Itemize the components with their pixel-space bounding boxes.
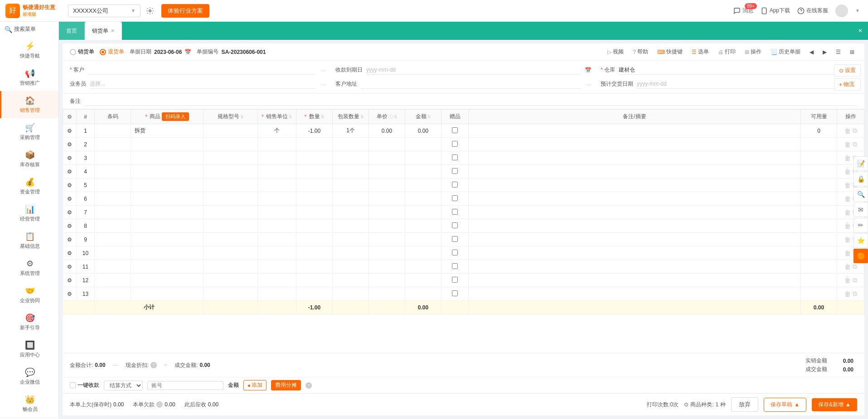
fee-help-icon[interactable]: ? [305,382,312,389]
row-settings[interactable]: ⚙ [63,165,77,178]
row-amount[interactable] [405,260,441,274]
sidebar-item-operations[interactable]: 📊 经营管理 [0,200,58,227]
row-product[interactable] [131,219,204,233]
messages-btn[interactable]: 消息 99+ [733,7,753,14]
payment-due-input[interactable] [366,65,582,75]
row-price[interactable] [369,233,405,246]
arrears-help-icon[interactable]: ⓘ [156,401,163,408]
sidebar-item-basic-info[interactable]: 📋 基础信息 [0,227,58,254]
row-pkgqty[interactable] [333,138,369,151]
row-spec[interactable] [204,165,258,178]
row-barcode[interactable] [95,246,131,260]
row-amount[interactable]: 0.00 [405,124,441,138]
row-pkgqty[interactable] [333,233,369,246]
float-btn-6[interactable]: ⭐ [853,233,868,248]
row-pkgqty[interactable] [333,219,369,233]
trial-button[interactable]: 体验行业方案 [161,4,209,18]
delete-icon[interactable]: 🗑 [844,127,851,135]
customer-addr-dots-icon[interactable]: ··· [587,81,592,88]
delete-icon[interactable]: 🗑 [844,209,851,216]
row-unit[interactable] [258,151,296,165]
row-qty[interactable] [296,219,333,233]
payment-due-cal-icon[interactable]: 📅 [585,67,592,73]
row-pkgqty[interactable] [333,246,369,260]
toolbar-video-btn[interactable]: ▷视频 [605,47,626,57]
date-cal-icon[interactable]: 📅 [184,49,191,55]
row-amount[interactable] [405,233,441,246]
delete-icon[interactable]: 🗑 [844,290,851,298]
row-price[interactable] [369,274,405,287]
tab-close-btn[interactable]: ✕ [858,28,868,34]
row-spec[interactable] [204,287,258,301]
row-unit[interactable] [258,233,296,246]
sidebar-item-wechat[interactable]: 💬 企业微信 [0,363,58,390]
row-product[interactable]: 拆货 [131,124,204,138]
row-gift[interactable] [441,233,469,246]
row-spec[interactable] [204,124,258,138]
tab-close-icon[interactable]: × [111,28,114,34]
warehouse-input[interactable] [619,65,846,75]
float-btn-5[interactable]: ✏ [853,218,868,232]
row-settings[interactable]: ⚙ [63,124,77,138]
tab-sales-order[interactable]: 销货单 × [85,22,122,40]
row-barcode[interactable] [95,138,131,151]
toolbar-select-btn[interactable]: ☰选单 [689,47,712,57]
row-price[interactable] [369,206,405,219]
sidebar-item-member[interactable]: 👑 畅会员 [0,390,58,417]
row-settings[interactable]: ⚙ [63,151,77,165]
row-gift[interactable] [441,274,469,287]
row-qty[interactable]: -1.00 [296,124,333,138]
calc-method-select[interactable]: 结算方式 [104,380,143,390]
row-pkgqty[interactable] [333,287,369,301]
row-spec[interactable] [204,233,258,246]
table-wrapper[interactable]: ⚙ # 条码 * 商品 扫码录入 规格型号 [63,109,864,353]
row-remark[interactable] [469,124,801,138]
row-unit[interactable]: 个 [258,124,296,138]
settings-btn[interactable]: ⊙ ⊙ 设置 设置 [834,64,861,77]
account-input[interactable] [147,381,223,390]
row-qty[interactable] [296,192,333,206]
row-unit[interactable] [258,287,296,301]
row-barcode[interactable] [95,233,131,246]
topbar-settings-icon[interactable] [143,4,157,18]
row-amount[interactable] [405,165,441,178]
copy-icon[interactable]: ⧉ [853,290,857,298]
radio-sales-order[interactable]: 销货单 [70,48,94,56]
row-qty[interactable] [296,151,333,165]
toolbar-shortcut-btn[interactable]: ⌨快捷键 [655,47,685,57]
row-remark[interactable] [469,206,801,219]
row-price[interactable]: 0.00 [369,124,405,138]
toolbar-operation-btn[interactable]: ⊞操作 [742,47,764,57]
delete-icon[interactable]: 🗑 [844,154,851,162]
row-settings[interactable]: ⚙ [63,138,77,151]
sidebar-item-system[interactable]: ⚙ 系统管理 [0,254,58,281]
row-pkgqty[interactable] [333,206,369,219]
row-qty[interactable] [296,206,333,219]
row-remark[interactable] [469,274,801,287]
row-unit[interactable] [258,206,296,219]
row-unit[interactable] [258,260,296,274]
row-remark[interactable] [469,165,801,178]
row-amount[interactable] [405,246,441,260]
row-gift[interactable] [441,246,469,260]
row-spec[interactable] [204,219,258,233]
avatar-dropdown[interactable]: ▼ [855,7,863,14]
sidebar-item-enterprise[interactable]: 🤝 企业协同 [0,281,58,308]
row-pkgqty[interactable] [333,151,369,165]
row-pkgqty[interactable] [333,165,369,178]
row-product[interactable] [131,151,204,165]
scan-btn[interactable]: 扫码录入 [162,112,189,121]
one-click-payment-checkbox[interactable]: 一键收款 [70,381,99,389]
delete-icon[interactable]: 🗑 [844,263,851,270]
row-product[interactable] [131,178,204,192]
row-product[interactable] [131,165,204,178]
row-settings[interactable]: ⚙ [63,274,77,287]
row-gift[interactable] [441,260,469,274]
row-remark[interactable] [469,138,801,151]
float-btn-2[interactable]: 🔒 [853,172,868,186]
delete-icon[interactable]: 🗑 [844,250,851,257]
row-spec[interactable] [204,246,258,260]
sidebar-item-marketing[interactable]: 📢 营销推广 [0,64,58,91]
row-price[interactable] [369,260,405,274]
customer-dots-icon[interactable]: ··· [321,67,326,74]
